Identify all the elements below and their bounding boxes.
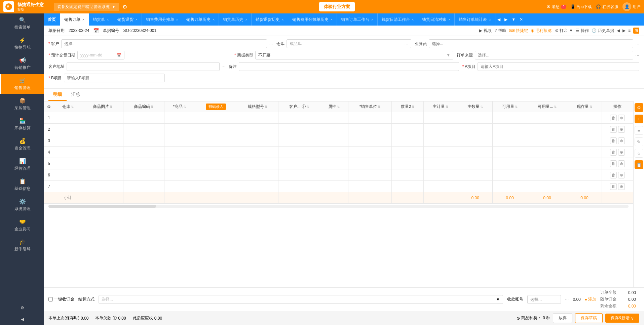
sidebar-item-system[interactable]: ⚙️ 系统管理 [0,195,44,215]
tab-fee-history[interactable]: 销售费用分摊单历史 × [288,13,337,26]
calendar-icon[interactable]: 📅 [93,28,99,33]
staff-ellipsis[interactable]: ··· [635,41,639,46]
row-1-spec[interactable] [237,112,278,124]
sidebar-item-purchase[interactable]: 📦 采购管理 [0,94,44,114]
account-ellipsis[interactable]: ··· [565,297,569,302]
scan-button[interactable]: 扫码录入 [206,104,226,110]
profit-btn[interactable]: ◉ 毛利预览 [531,28,552,34]
row-1-main-qty[interactable] [458,112,493,124]
tab-daily-clear[interactable]: 钱货日清工作台 × [378,13,418,26]
row-1-main-unit[interactable] [423,112,458,124]
tab-nav-left[interactable]: ◀ [495,17,502,22]
sort-main-qty[interactable]: ⇅ [480,105,483,109]
col-settings[interactable]: ⚙ [44,101,54,112]
account-input[interactable] [527,295,561,304]
order-source-ellipsis[interactable]: ··· [635,52,639,58]
tab-sales-invoice-close[interactable]: × [107,18,109,22]
delivery-input[interactable]: yyyy-mm-dd 📅 [77,51,124,59]
tab-daily-reconcile[interactable]: 钱货日清对账 × [418,13,455,26]
sidebar-item-operation[interactable]: 📊 经营管理 [0,155,44,175]
row-6-delete[interactable]: 🗑 [610,172,617,178]
row-1-available2[interactable] [527,112,567,124]
row-1-qty2[interactable] [392,112,423,124]
right-add-btn[interactable]: + [635,115,643,123]
invoice-select[interactable]: 不开票 ▼ [255,51,453,59]
row-1-available[interactable] [493,112,527,124]
warehouse-ellipsis[interactable]: ··· [404,41,408,46]
shortcut-btn[interactable]: ⌨ 快捷键 [509,28,528,34]
tab-nav-right[interactable]: ▶ [502,17,509,22]
history-btn[interactable]: 🕐 历史单据 [592,28,614,34]
right-settings-btn[interactable]: ⚙ [635,103,643,112]
sort-name[interactable]: ⇅ [183,105,186,109]
message-btn[interactable]: ✉ 消息 9 [547,4,566,10]
sidebar-item-inventory[interactable]: 🏪 库存核算 [0,114,44,134]
right-star-btn[interactable]: ☆ [635,149,643,158]
sort-code[interactable]: ⇅ [151,105,153,109]
sidebar-item-marketing[interactable]: 📢 营销推广 [0,54,44,74]
sort-main-unit[interactable]: ⇅ [446,105,448,109]
row-2-copy[interactable]: ⊕ [618,126,625,133]
row-4-delete[interactable]: 🗑 [610,149,617,156]
tab-sales-return[interactable]: 销货退货 × [113,13,142,26]
discard-button[interactable]: 放弃 [553,313,572,323]
tab-sales-stats[interactable]: 销售订单统计表 × [455,13,495,26]
right-list-btn[interactable]: ≡ [635,126,643,135]
staff-input[interactable] [429,39,633,48]
settings-icon[interactable]: ⚙ [122,4,127,10]
online-service-btn[interactable]: 🎧 在线客服 [596,4,618,10]
add-item-btn[interactable]: ● 添加 [585,296,596,302]
tab-detail[interactable]: 明细 [48,89,67,101]
tab-nav-close-all[interactable]: ✕ [518,17,525,22]
sort-customer[interactable]: ⇅ [306,105,309,109]
sort-available2[interactable]: ⇅ [554,105,557,109]
user-menu[interactable]: 👤 用户 [622,2,641,11]
row-7-delete[interactable]: 🗑 [610,183,617,190]
trial-button[interactable]: 体验行业方案 [319,2,355,11]
row-5-copy[interactable]: ⊕ [618,160,625,167]
operate-btn[interactable]: ☰ 操作 [576,28,589,34]
row-1-delete[interactable]: 🗑 [610,115,617,121]
scrollbar-thumb[interactable] [48,205,156,208]
row-3-copy[interactable]: ⊕ [618,137,625,144]
tab-home[interactable]: 首页 [44,13,60,26]
print-btn[interactable]: 🖨 打印 ▼ [554,28,573,34]
tab-return-history[interactable]: 销货退货历史 × [252,13,288,26]
row-1-unit[interactable] [348,112,392,124]
sidebar-item-finance[interactable]: 💰 资金管理 [0,134,44,155]
addr-ellipsis[interactable]: ··· [222,64,226,69]
row-4-copy[interactable]: ⊕ [618,149,625,156]
view-btn[interactable]: ▶ 视频 [479,28,492,34]
sidebar-item-sales[interactable]: 🛒 销售管理 [0,74,44,94]
list-view-btn[interactable]: ≡ [628,28,631,33]
horizontal-scrollbar[interactable] [48,205,629,208]
sidebar-item-search[interactable]: 🔍 搜索菜单 [0,13,44,34]
row-1-warehouse[interactable] [54,112,82,124]
sidebar-item-collapse[interactable]: ◀ [0,314,44,325]
tab-sales-fee-close[interactable]: × [176,18,178,22]
calendar-btn[interactable]: 📅 [116,53,121,57]
save-new-button[interactable]: 保存&新增 ∨ [605,314,639,323]
remark-input[interactable] [239,62,459,71]
tab-sales-fee[interactable]: 销售费用分摊单 × [142,13,183,26]
sort-unit[interactable]: ⇅ [378,105,380,109]
row-6-copy[interactable]: ⊕ [618,172,625,178]
addr-input[interactable] [67,62,220,71]
tab-invoice-history-close[interactable]: × [245,18,247,22]
right-doc-btn[interactable]: 📋 [635,160,643,169]
row-2-delete[interactable]: 🗑 [610,126,617,133]
tab-return-history-close[interactable]: × [282,18,284,22]
sort-attr[interactable]: ⇅ [337,105,340,109]
row-1-customer[interactable] [278,112,320,124]
help-btn[interactable]: ? 帮助 [494,28,506,34]
sort-qty2[interactable]: ⇅ [412,105,414,109]
tab-sales-history-close[interactable]: × [213,18,215,22]
tab-sales-history[interactable]: 销售订单历史 × [182,13,219,26]
payment-select[interactable]: 选择... ▼ [99,295,503,304]
right-edit-btn[interactable]: ✎ [635,137,643,146]
row-1-image[interactable] [82,112,123,124]
b-project-input[interactable] [64,74,165,82]
row-3-delete[interactable]: 🗑 [610,137,617,144]
tab-sales-invoice[interactable]: 销货单 × [89,13,113,26]
sidebar-item-cooperate[interactable]: 🤝 企业协同 [0,215,44,235]
